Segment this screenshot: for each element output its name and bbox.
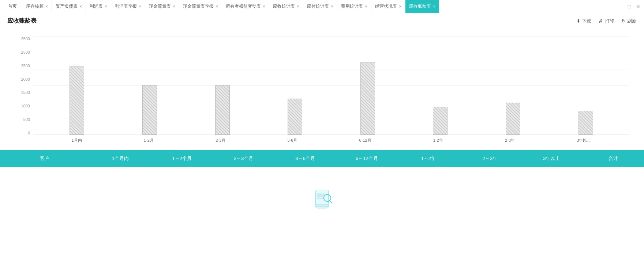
tab-label-profit-quarterly: 利润表季报 [115, 3, 137, 9]
bar-group [70, 66, 84, 135]
tab-close-icon-cashflow[interactable]: × [173, 4, 175, 9]
bar-group [579, 111, 593, 135]
tab-cashflow-quarterly[interactable]: 现金流量表季报 × [179, 0, 222, 13]
bar [506, 103, 520, 135]
x-axis-label: 3-6月 [287, 138, 297, 143]
svg-line-7 [330, 200, 332, 203]
bars-container [33, 37, 629, 135]
tab-profit[interactable]: 利润表 × [86, 0, 111, 13]
table-header-cell-customer: 客户 [0, 155, 90, 162]
bar [70, 66, 84, 135]
svg-rect-3 [317, 194, 326, 194]
tab-close-icon-operation[interactable]: × [399, 4, 401, 9]
main-content: 2500250025002000150010005000 1月内1-2月2-3月… [0, 29, 644, 263]
tab-close-icon-profit-quarterly[interactable]: × [139, 4, 141, 9]
tab-label-ap-stat: 应付统计表 [307, 3, 329, 9]
bar [142, 85, 157, 135]
y-axis-label: 2000 [21, 77, 30, 81]
bar [579, 111, 593, 135]
maximize-button[interactable]: □ [626, 4, 632, 9]
svg-point-8 [325, 196, 327, 198]
chart-body: 1月内1-2月2-3月3-6月6-12月1-2年2-3年3年以上 [33, 37, 629, 146]
tab-home[interactable]: 首页 [3, 0, 22, 13]
download-button[interactable]: ⬇ 下载 [576, 18, 591, 24]
tab-cashflow[interactable]: 现金流量表 × [145, 0, 179, 13]
tab-bar: 首页库存核算 ×资产负债表 ×利润表 ×利润表季报 ×现金流量表 ×现金流量表季… [0, 0, 644, 13]
bar-group [215, 85, 230, 135]
table-header-cell-1-2month: 1～2个月 [151, 155, 213, 162]
empty-state [0, 167, 644, 226]
bar-group [142, 85, 157, 135]
tab-label-home: 首页 [8, 3, 17, 9]
tab-label-cashflow: 现金流量表 [149, 3, 171, 9]
tab-label-expense-stat: 费用统计表 [341, 3, 363, 9]
table-header-cell-total: 合计 [583, 155, 644, 162]
page-title: 应收账龄表 [7, 17, 37, 25]
minimize-button[interactable]: — [618, 4, 624, 9]
tab-ar-stat[interactable]: 应收统计表 × [269, 0, 303, 13]
refresh-button[interactable]: ↻ 刷新 [622, 18, 637, 24]
x-axis-label: 2-3月 [216, 138, 225, 143]
y-axis-label: 2500 [21, 64, 30, 68]
print-icon: 🖨 [599, 18, 603, 24]
table-header: 客户1个月内1～2个月2～3个月3～6个月6～12个月1～2年2～3年3年以上合… [0, 150, 644, 167]
bar-group [360, 62, 375, 135]
bar-chart: 2500250025002000150010005000 1月内1-2月2-3月… [15, 37, 629, 146]
tab-close-icon-ar-stat[interactable]: × [297, 4, 299, 9]
tab-close-icon-ap-stat[interactable]: × [331, 4, 333, 9]
header-actions: ⬇ 下载 🖨 打印 ↻ 刷新 [576, 18, 637, 24]
bar [433, 107, 448, 135]
y-axis-label: 2500 [21, 37, 30, 41]
refresh-icon: ↻ [622, 18, 626, 24]
tab-close-icon-equity-change[interactable]: × [263, 4, 265, 9]
table-header-cell-3-6month: 3～6个月 [274, 155, 336, 162]
print-button[interactable]: 🖨 打印 [599, 18, 614, 24]
tab-balance-sheet[interactable]: 资产负债表 × [52, 0, 86, 13]
tab-label-ar-stat: 应收统计表 [273, 3, 295, 9]
tab-expense-stat[interactable]: 费用统计表 × [337, 0, 371, 13]
bar [288, 99, 302, 135]
tab-equity-change[interactable]: 所有者权益变动表 × [222, 0, 269, 13]
tab-label-equity-change: 所有者权益变动表 [226, 3, 261, 9]
tab-inventory[interactable]: 库存核算 × [22, 0, 52, 13]
tab-label-inventory: 库存核算 [26, 3, 44, 9]
window-controls: — □ ✕ [618, 4, 641, 9]
tab-close-icon-cashflow-quarterly[interactable]: × [216, 4, 218, 9]
table-header-cell-2-3year: 2～3年 [459, 155, 521, 162]
tab-close-icon-profit[interactable]: × [105, 4, 107, 9]
tab-operation[interactable]: 经营状况表 × [371, 0, 405, 13]
y-axis-label: 1000 [21, 104, 30, 108]
x-axis-label: 1-2年 [433, 138, 443, 143]
download-icon: ⬇ [576, 18, 580, 24]
download-label: 下载 [582, 18, 591, 24]
tab-close-icon-ar-aging[interactable]: × [433, 4, 435, 9]
empty-icon [307, 182, 337, 211]
bar [215, 85, 230, 135]
tab-ar-aging[interactable]: 应收账龄表 × [405, 0, 439, 13]
tab-label-balance-sheet: 资产负债表 [56, 3, 78, 9]
tab-close-icon-inventory[interactable]: × [45, 4, 48, 9]
tab-profit-quarterly[interactable]: 利润表季报 × [111, 0, 145, 13]
bar-group [506, 103, 520, 135]
tab-close-icon-expense-stat[interactable]: × [365, 4, 367, 9]
x-axis-label: 2-3年 [505, 138, 515, 143]
tab-label-operation: 经营状况表 [375, 3, 397, 9]
table-header-cell-2-3month: 2～3个月 [213, 155, 274, 162]
table-header-cell-3yearplus: 3年以上 [521, 155, 582, 162]
tab-ap-stat[interactable]: 应付统计表 × [303, 0, 337, 13]
y-axis-label: 0 [28, 131, 30, 135]
y-axis: 2500250025002000150010005000 [15, 37, 33, 146]
x-axis-label: 1-2月 [144, 138, 154, 143]
tab-label-ar-aging: 应收账龄表 [409, 3, 431, 9]
x-axis-label: 6-12月 [359, 138, 371, 143]
y-axis-label: 500 [23, 117, 30, 122]
tab-label-profit: 利润表 [90, 3, 103, 9]
bar-group [433, 107, 448, 135]
close-button[interactable]: ✕ [635, 4, 641, 9]
table-header-cell-6-12month: 6～12个月 [336, 155, 397, 162]
tab-close-icon-balance-sheet[interactable]: × [79, 4, 82, 9]
table-header-cell-1month: 1个月内 [90, 155, 151, 162]
bar-group [288, 99, 302, 135]
x-axis-label: 3年以上 [577, 138, 591, 143]
table-header-cell-1-2year: 1～2年 [397, 155, 459, 162]
